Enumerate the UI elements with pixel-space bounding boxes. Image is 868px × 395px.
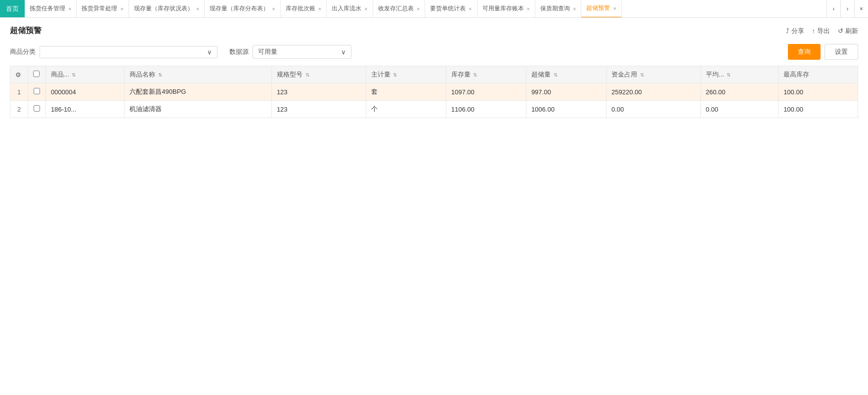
settings-button[interactable]: 设置: [825, 44, 858, 60]
datasource-select[interactable]: 可用量 ∨: [253, 45, 351, 59]
stock: 1097.00: [446, 83, 526, 101]
home-label: 首页: [6, 4, 19, 13]
th-max-stock: 最高库存: [779, 66, 858, 83]
tab-close-icon[interactable]: ×: [120, 6, 123, 12]
tab-xiancunliang-fenbiao[interactable]: 现存量（库存分布表） ×: [205, 0, 280, 18]
home-tab[interactable]: 首页: [0, 0, 25, 18]
select-all-checkbox[interactable]: [33, 71, 40, 77]
nav-prev-button[interactable]: ‹: [826, 0, 840, 18]
tab-label: 拣货异常处理: [82, 4, 117, 13]
tab-keyongliang-zhangben[interactable]: 可用量库存账本 ×: [477, 0, 535, 18]
tab-label: 库存批次账: [286, 4, 315, 13]
tab-close-icon[interactable]: ×: [196, 6, 199, 12]
tab-jianghuo-yichang[interactable]: 拣货异常处理 ×: [77, 0, 129, 18]
tab-jianghuo-renwu[interactable]: 拣货任务管理 ×: [25, 0, 77, 18]
th-over-stock-label: 超储量: [531, 71, 551, 78]
th-capital-label: 资金占用: [611, 71, 637, 78]
tab-close-icon[interactable]: ×: [527, 6, 530, 12]
capital: 0.00: [607, 101, 701, 118]
refresh-button[interactable]: ↺ 刷新: [838, 27, 858, 36]
th-checkbox: [28, 66, 46, 83]
nav-close-button[interactable]: ×: [854, 0, 868, 18]
th-avg-label: 平均...: [706, 71, 724, 78]
tab-xiancunliang-kuanzhuang[interactable]: 现存量（库存状况表） ×: [129, 0, 205, 18]
row-num: 2: [10, 101, 28, 118]
tab-close-icon[interactable]: ×: [573, 6, 576, 12]
goods-code: 0000004: [46, 83, 125, 101]
chevron-down-icon: ∨: [341, 48, 346, 56]
page-title: 超储预警: [10, 26, 42, 36]
tab-close-icon[interactable]: ×: [613, 5, 616, 11]
tab-label: 要货单统计表: [430, 4, 466, 13]
over-stock: 997.00: [526, 83, 606, 101]
th-avg: 平均... ⇅: [700, 66, 778, 83]
table-row: 1 0000004 六配套新昌490BPG 123 套 1097.00 997.…: [10, 83, 858, 101]
unit: 套: [366, 83, 446, 101]
goods-name: 机油滤清器: [125, 101, 272, 118]
tab-close-icon[interactable]: ×: [68, 6, 71, 12]
gear-icon[interactable]: ⚙: [15, 71, 21, 79]
sort-icon[interactable]: ⇅: [473, 72, 477, 78]
nav-next-button[interactable]: ›: [840, 0, 854, 18]
tab-yaohuo-tongji[interactable]: 要货单统计表 ×: [425, 0, 477, 18]
th-over-stock: 超储量 ⇅: [526, 66, 606, 83]
row-checkbox[interactable]: [34, 105, 40, 112]
capital: 259220.00: [607, 83, 701, 101]
row-checkbox[interactable]: [34, 88, 40, 94]
filter-actions: 查询 设置: [788, 44, 858, 60]
tab-label: 收发存汇总表: [378, 4, 414, 13]
category-select[interactable]: ∨: [40, 46, 217, 58]
th-goods-name-label: 商品名称: [130, 71, 155, 78]
th-unit: 主计量 ⇅: [366, 66, 446, 83]
tab-close-icon[interactable]: ×: [272, 6, 275, 12]
datasource-filter: 数据源 可用量 ∨: [229, 45, 351, 59]
spec: 123: [271, 101, 366, 118]
sort-icon[interactable]: ⇅: [158, 72, 162, 78]
sort-icon[interactable]: ⇅: [554, 72, 558, 78]
sort-icon[interactable]: ⇅: [72, 72, 76, 78]
table-row: 2 186-10... 机油滤清器 123 个 1106.00 1006.00 …: [10, 101, 858, 118]
tab-kucun-pici[interactable]: 库存批次账 ×: [281, 0, 327, 18]
nav-arrows: ‹ › ×: [826, 0, 868, 18]
tab-close-icon[interactable]: ×: [417, 6, 420, 12]
th-stock-label: 库存量: [451, 71, 471, 78]
datasource-label: 数据源: [229, 47, 249, 56]
datasource-value: 可用量: [258, 47, 277, 56]
top-nav: 首页 拣货任务管理 × 拣货异常处理 × 现存量（库存状况表） × 现存量（库存…: [0, 0, 868, 18]
export-button[interactable]: ↑ 导出: [812, 27, 830, 36]
table-header-row: ⚙ 商品... ⇅ 商品名称 ⇅ 规格型号 ⇅ 主计量: [10, 66, 858, 83]
sort-icon[interactable]: ⇅: [727, 72, 731, 78]
sort-icon[interactable]: ⇅: [393, 72, 397, 78]
row-checkbox-cell: [28, 101, 46, 118]
tab-baozhi-chaxun[interactable]: 保质期查询 ×: [535, 0, 581, 18]
th-goods-code-label: 商品...: [51, 71, 69, 78]
goods-name: 六配套新昌490BPG: [125, 83, 272, 101]
tab-close-icon[interactable]: ×: [364, 6, 367, 12]
sort-icon[interactable]: ⇅: [640, 72, 644, 78]
filter-row: 商品分类 ∨ 数据源 可用量 ∨ 查询 设置: [10, 44, 858, 60]
tab-label: 保质期查询: [540, 4, 570, 13]
share-button[interactable]: ⤴ 分享: [786, 27, 804, 36]
tab-shoufacun-huizong[interactable]: 收发存汇总表 ×: [373, 0, 425, 18]
share-label: 分享: [791, 27, 804, 36]
category-label: 商品分类: [10, 47, 36, 56]
th-spec-label: 规格型号: [277, 71, 303, 78]
goods-code: 186-10...: [46, 101, 125, 118]
query-button[interactable]: 查询: [788, 44, 821, 60]
tab-churuku-liushui[interactable]: 出入库流水 ×: [327, 0, 373, 18]
spec: 123: [271, 83, 366, 101]
data-table: ⚙ 商品... ⇅ 商品名称 ⇅ 规格型号 ⇅ 主计量: [10, 66, 858, 118]
tab-close-icon[interactable]: ×: [469, 6, 472, 12]
th-goods-code: 商品... ⇅: [46, 66, 125, 83]
th-unit-label: 主计量: [371, 71, 391, 78]
tab-chaochuyujing[interactable]: 超储预警 ×: [581, 0, 621, 18]
tab-close-icon[interactable]: ×: [318, 6, 321, 12]
tab-label: 现存量（库存状况表）: [134, 4, 193, 13]
th-spec: 规格型号 ⇅: [271, 66, 366, 83]
share-icon: ⤴: [786, 27, 789, 35]
sort-icon[interactable]: ⇅: [305, 72, 309, 78]
th-max-stock-label: 最高库存: [783, 71, 809, 78]
tab-label: 出入库流水: [332, 4, 361, 13]
stock: 1106.00: [446, 101, 526, 118]
refresh-icon: ↺: [838, 27, 843, 35]
